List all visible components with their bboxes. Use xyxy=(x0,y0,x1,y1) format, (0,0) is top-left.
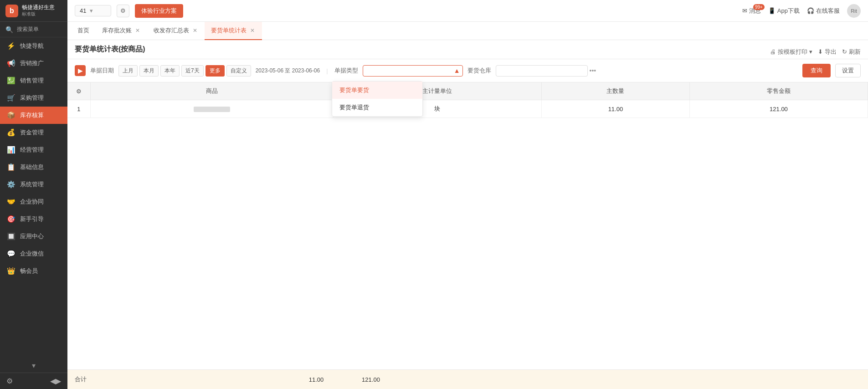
print-label: 按模板打印 xyxy=(778,48,807,56)
messages-badge: 99+ xyxy=(753,4,765,10)
message-icon: ✉ xyxy=(742,7,747,14)
sidebar-item-label-basic: 基础信息 xyxy=(20,163,44,171)
support-action[interactable]: 🎧 在线客服 xyxy=(807,7,840,15)
guide-icon: 🎯 xyxy=(6,215,15,223)
date-btn-last-month[interactable]: 上月 xyxy=(118,65,138,77)
sidebar-item-label-collab: 企业协同 xyxy=(20,198,44,206)
sidebar-item-purchase[interactable]: 🛒 采购管理 xyxy=(0,89,67,107)
type-select-arrow[interactable]: ▲ xyxy=(454,67,460,74)
sidebar-item-business[interactable]: 📊 经营管理 xyxy=(0,141,67,159)
sidebar-item-sales[interactable]: 💹 销售管理 xyxy=(0,72,67,89)
app-download-label: App下载 xyxy=(777,7,800,15)
tab-bar: 首页库存批次账✕收发存汇总表✕要货单统计表✕ xyxy=(67,22,868,40)
settings-icon[interactable]: ⚙ xyxy=(6,377,13,385)
type-dropdown: 要货单要货要货单退货 xyxy=(332,81,423,117)
tab-receive-summary[interactable]: 收发存汇总表✕ xyxy=(147,22,205,40)
date-btn-this-month[interactable]: 本月 xyxy=(139,65,159,77)
date-range: 2023-05-06 至 2023-06-06 xyxy=(256,67,320,75)
tab-selector[interactable]: 41 ▾ xyxy=(75,5,111,16)
cell-index: 1 xyxy=(67,100,90,118)
query-btn[interactable]: 查询 xyxy=(802,64,831,77)
dropdown-item-order-goods[interactable]: 要货单要货 xyxy=(332,82,422,99)
collapse-icon[interactable]: ◀▶ xyxy=(50,377,61,385)
wechat-icon: 💬 xyxy=(6,250,15,258)
sidebar-item-label-business: 经营管理 xyxy=(20,146,44,154)
tab-inventory-batch[interactable]: 库存批次账✕ xyxy=(96,22,147,40)
date-buttons: 上月本月本年近7天更多自定义 xyxy=(118,65,251,77)
date-btn-custom[interactable]: 自定义 xyxy=(226,65,251,77)
footer-qty: 11.00 xyxy=(289,376,344,383)
cell-product xyxy=(90,100,333,118)
industry-btn[interactable]: 体验行业方案 xyxy=(135,4,183,18)
tab-label-order-stats: 要货单统计表 xyxy=(211,26,247,35)
sidebar-search[interactable]: 🔍 搜索菜单 xyxy=(0,22,67,37)
sidebar-item-guide[interactable]: 🎯 新手引导 xyxy=(0,210,67,228)
tab-home[interactable]: 首页 xyxy=(71,22,96,40)
date-btn-7days[interactable]: 近7天 xyxy=(181,65,204,77)
refresh-action[interactable]: ↻ 刷新 xyxy=(842,48,861,56)
header-left: 41 ▾ ⚙ 体验行业方案 xyxy=(75,4,183,18)
search-icon: 🔍 xyxy=(5,26,13,33)
warehouse-input[interactable] xyxy=(496,65,588,77)
sidebar-item-wechat[interactable]: 💬 企业微信 xyxy=(0,245,67,262)
page-header: 要货单统计表(按商品) 🖨 按模板打印 ▾ ⬇ 导出 ↻ 刷新 xyxy=(67,40,868,59)
tab-close-receive-summary[interactable]: ✕ xyxy=(192,27,198,34)
col-qty: 主数量 xyxy=(541,82,689,100)
header-gear-btn[interactable]: ⚙ xyxy=(117,5,129,17)
app-download-action[interactable]: 📱 App下载 xyxy=(768,7,800,15)
sidebar-item-label-quick-nav: 快捷导航 xyxy=(20,42,44,50)
sidebar-item-appstore[interactable]: 🔲 应用中心 xyxy=(0,228,67,245)
tab-order-stats[interactable]: 要货单统计表✕ xyxy=(205,22,262,40)
filter-expand-btn[interactable]: ▶ xyxy=(75,65,86,76)
avatar-text: Rit xyxy=(851,8,857,14)
app-name: 畅捷通好生意 xyxy=(22,4,55,11)
set-btn[interactable]: 设置 xyxy=(835,64,861,77)
quick-nav-icon: ⚡ xyxy=(6,42,15,50)
table-gear-icon[interactable]: ⚙ xyxy=(76,88,82,95)
dropdown-item-order-return[interactable]: 要货单退货 xyxy=(332,99,422,116)
print-action[interactable]: 🖨 按模板打印 ▾ xyxy=(770,48,812,56)
basic-icon: 📋 xyxy=(6,163,15,171)
collab-icon: 🤝 xyxy=(6,198,15,206)
col-index[interactable]: ⚙ xyxy=(67,82,90,100)
table-wrap: ⚙商品主计量单位主数量零售金额 1块11.00121.00 xyxy=(67,82,868,369)
date-btn-this-year[interactable]: 本年 xyxy=(160,65,180,77)
tab-arrow: ▾ xyxy=(90,7,93,14)
warehouse-label: 要货仓库 xyxy=(467,67,491,75)
sidebar-item-finance[interactable]: 💰 资金管理 xyxy=(0,124,67,141)
tab-close-order-stats[interactable]: ✕ xyxy=(249,27,256,34)
type-select-input[interactable] xyxy=(363,65,463,77)
date-btn-more[interactable]: 更多 xyxy=(205,65,225,77)
sidebar-item-basic[interactable]: 📋 基础信息 xyxy=(0,159,67,176)
purchase-icon: 🛒 xyxy=(6,94,15,102)
table-head: ⚙商品主计量单位主数量零售金额 xyxy=(67,82,868,100)
sidebar-item-marketing[interactable]: 📢 营销推广 xyxy=(0,55,67,72)
sidebar-item-collab[interactable]: 🤝 企业协同 xyxy=(0,193,67,210)
tab-number: 41 xyxy=(80,7,86,14)
refresh-label: 刷新 xyxy=(849,48,861,56)
sidebar-scroll-down[interactable]: ▾ xyxy=(0,358,67,373)
sidebar-item-label-appstore: 应用中心 xyxy=(20,232,44,241)
inventory-icon: 📦 xyxy=(6,111,15,119)
sidebar-item-inventory[interactable]: 📦 库存核算 xyxy=(0,107,67,124)
col-product: 商品 xyxy=(90,82,333,100)
page-header-actions: 🖨 按模板打印 ▾ ⬇ 导出 ↻ 刷新 xyxy=(770,48,861,56)
cell-qty: 11.00 xyxy=(541,100,689,118)
sidebar-item-member[interactable]: 👑 畅会员 xyxy=(0,262,67,280)
type-select-wrap: ▲ xyxy=(363,65,463,77)
sidebar-item-system[interactable]: ⚙️ 系统管理 xyxy=(0,176,67,193)
user-avatar[interactable]: Rit xyxy=(847,4,861,18)
footer-amount: 121.00 xyxy=(344,376,398,383)
table-row: 1块11.00121.00 xyxy=(67,100,868,118)
warehouse-more-btn[interactable]: ••• xyxy=(590,67,596,74)
data-table: ⚙商品主计量单位主数量零售金额 1块11.00121.00 xyxy=(67,82,868,118)
messages-action[interactable]: ✉ 消息 99+ xyxy=(742,7,761,15)
export-action[interactable]: ⬇ 导出 xyxy=(818,48,837,56)
tab-label-receive-summary: 收发存汇总表 xyxy=(154,26,189,35)
sidebar-item-label-system: 系统管理 xyxy=(20,180,44,189)
tab-close-inventory-batch[interactable]: ✕ xyxy=(134,27,141,34)
sidebar-item-quick-nav[interactable]: ⚡ 快捷导航 xyxy=(0,37,67,55)
sidebar-item-label-marketing: 营销推广 xyxy=(20,59,44,67)
member-icon: 👑 xyxy=(6,267,15,275)
sidebar-bottom: ⚙ ◀▶ xyxy=(0,373,67,389)
